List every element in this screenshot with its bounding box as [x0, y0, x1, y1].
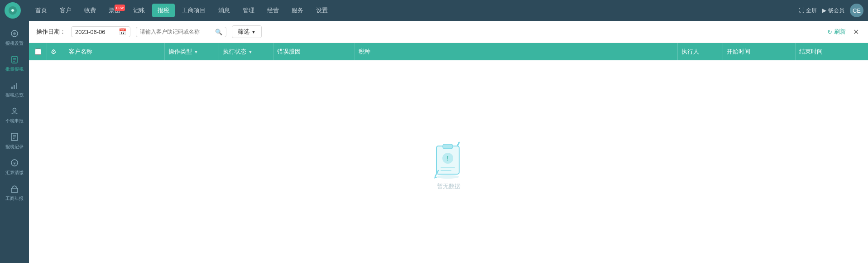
th-endtime: 结束时间	[796, 43, 868, 60]
nav-items: 首页客户收费票据new记账报税工商项目消息管理经营服务设置	[30, 4, 799, 17]
th-taxtype-label: 税种	[359, 48, 370, 56]
th-executor-label: 执行人	[681, 48, 699, 56]
baosuizonglan-label: 报税总览	[5, 92, 24, 98]
nav-item-报税[interactable]: 报税	[152, 4, 175, 17]
svg-point-11	[13, 108, 16, 112]
baoshuishezhi-icon	[9, 28, 20, 39]
fullscreen-icon: ⛶	[799, 7, 804, 14]
content-area: 操作日期： 📅 🔍 筛选 ▼ ↻ 刷新 ✕	[29, 21, 868, 263]
svg-point-1	[11, 9, 14, 12]
th-status-label: 执行状态	[223, 48, 246, 56]
optype-filter-icon[interactable]: ▼	[194, 49, 198, 54]
sidebar-item-gongshangnianbaoo[interactable]: 工商年报	[0, 180, 29, 205]
th-endtime-label: 结束时间	[799, 48, 823, 56]
th-checkbox[interactable]	[29, 43, 47, 60]
top-nav: 首页客户收费票据new记账报税工商项目消息管理经营服务设置 ⛶ 全屏 ▶ 畅会员…	[0, 0, 868, 21]
nav-right: ⛶ 全屏 ▶ 畅会员 CE	[799, 4, 863, 17]
th-starttime-label: 开始时间	[727, 48, 750, 56]
nav-item-工商项目[interactable]: 工商项目	[177, 4, 211, 17]
th-optype-label: 操作类型	[168, 48, 192, 56]
th-taxtype: 税种	[355, 43, 678, 60]
piliangshaoshui-label: 批量报税	[5, 66, 24, 73]
table-body: ! 暂无数据	[29, 60, 868, 263]
main-layout: 报税设置批量报税报税总览个税申报报税记录¥汇算清缴工商年报 操作日期： 📅 🔍 …	[0, 21, 868, 263]
gongshangnianbaoo-icon	[9, 183, 20, 194]
th-optype: 操作类型 ▼	[165, 43, 219, 60]
geshuishenbao-icon	[9, 106, 20, 117]
search-wrap[interactable]: 🔍	[136, 27, 226, 37]
geshuishenbao-label: 个税申报	[5, 118, 24, 124]
huisuanqingshu-icon: ¥	[9, 157, 20, 168]
select-all-checkbox[interactable]	[35, 49, 41, 55]
gongshangnianbaoo-label: 工商年报	[5, 195, 24, 202]
svg-point-3	[13, 32, 16, 35]
search-icon: 🔍	[215, 29, 222, 35]
vip-icon: ▶	[822, 7, 826, 14]
sidebar-item-baoshuishezhi[interactable]: 报税设置	[0, 24, 29, 50]
status-filter-icon[interactable]: ▼	[248, 49, 253, 54]
refresh-icon: ↻	[827, 29, 832, 35]
th-executor: 执行人	[678, 43, 723, 60]
sidebar: 报税设置批量报税报税总览个税申报报税记录¥汇算清缴工商年报	[0, 21, 29, 263]
toolbar: 操作日期： 📅 🔍 筛选 ▼ ↻ 刷新 ✕	[29, 21, 868, 43]
nav-item-服务[interactable]: 服务	[286, 4, 309, 17]
filter-button[interactable]: 筛选 ▼	[232, 25, 262, 38]
sidebar-item-baosuizonglan[interactable]: 报税总览	[0, 76, 29, 102]
logo[interactable]	[5, 2, 21, 19]
nav-item-收费[interactable]: 收费	[79, 4, 101, 17]
baosuizonglan-icon	[9, 80, 20, 91]
svg-rect-18	[11, 188, 18, 192]
sidebar-item-piliangshaoshui[interactable]: 批量报税	[0, 50, 29, 76]
piliangshaoshui-icon	[9, 54, 20, 65]
search-input[interactable]	[140, 29, 213, 35]
nav-item-消息[interactable]: 消息	[213, 4, 235, 17]
fullscreen-button[interactable]: ⛶ 全屏	[799, 7, 817, 15]
th-settings: ⚙	[47, 43, 65, 60]
empty-text: 暂无数据	[437, 182, 460, 190]
sidebar-item-geshuishenbao[interactable]: 个税申报	[0, 102, 29, 128]
avatar-text: CE	[853, 7, 861, 14]
refresh-button[interactable]: ↻ 刷新	[827, 28, 846, 36]
svg-text:!: !	[446, 155, 449, 162]
nav-item-管理[interactable]: 管理	[237, 4, 260, 17]
svg-rect-10	[16, 83, 17, 89]
vip-label: 畅会员	[828, 7, 844, 15]
svg-rect-22	[443, 144, 453, 149]
nav-item-票据[interactable]: 票据new	[103, 4, 126, 17]
sidebar-item-baosuijilu[interactable]: 报税记录	[0, 128, 29, 154]
nav-item-经营[interactable]: 经营	[262, 4, 284, 17]
date-input[interactable]	[75, 29, 116, 35]
table-container: ⚙ 客户名称 操作类型 ▼ 执行状态 ▼ 错误股因 税种	[29, 43, 868, 263]
chevron-down-icon: ▼	[251, 29, 256, 34]
th-status: 执行状态 ▼	[219, 43, 273, 60]
baoshuishezhi-label: 报税设置	[5, 40, 24, 47]
svg-text:¥: ¥	[13, 161, 16, 166]
baosuijilu-label: 报税记录	[5, 144, 24, 150]
vip-button[interactable]: ▶ 畅会员	[822, 7, 844, 15]
th-error: 错误股因	[273, 43, 355, 60]
nav-item-记账[interactable]: 记账	[128, 4, 150, 17]
th-error-label: 错误股因	[277, 48, 301, 56]
refresh-label: 刷新	[834, 28, 846, 36]
calendar-icon: 📅	[119, 28, 126, 35]
svg-point-27	[436, 175, 459, 179]
baosuijilu-icon	[9, 132, 20, 142]
nav-item-客户[interactable]: 客户	[54, 4, 77, 17]
avatar[interactable]: CE	[850, 4, 863, 17]
nav-badge-new: new	[115, 5, 125, 11]
settings-icon: ⚙	[51, 48, 57, 55]
sidebar-item-huisuanqingshu[interactable]: ¥汇算清缴	[0, 154, 29, 180]
empty-clipboard-svg: !	[428, 133, 469, 179]
empty-illustration: ! 暂无数据	[428, 133, 469, 190]
filter-label: 筛选	[238, 28, 249, 36]
table-header: ⚙ 客户名称 操作类型 ▼ 执行状态 ▼ 错误股因 税种	[29, 43, 868, 60]
svg-rect-9	[14, 85, 15, 89]
nav-item-首页[interactable]: 首页	[30, 4, 53, 17]
svg-rect-8	[11, 87, 13, 89]
th-customer: 客户名称	[65, 43, 165, 60]
th-customer-label: 客户名称	[69, 48, 92, 56]
close-button[interactable]: ✕	[851, 28, 861, 36]
date-input-wrap[interactable]: 📅	[71, 26, 130, 37]
nav-item-设置[interactable]: 设置	[311, 4, 333, 17]
fullscreen-label: 全屏	[806, 7, 817, 15]
